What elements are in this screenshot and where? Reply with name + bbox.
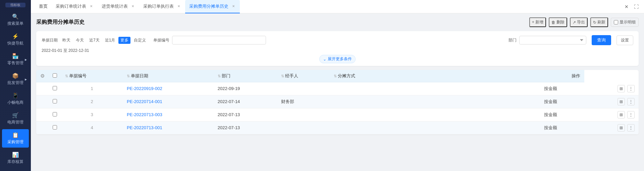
page-title: 采购费用分摊单历史 <box>36 19 85 26</box>
tab-purchase-order-stats[interactable]: 采购订单统计表✕ <box>52 0 98 13</box>
retail-icon: 🏪 <box>12 53 19 59</box>
row-checkbox-cell <box>49 95 61 108</box>
th-split-method[interactable]: 分摊方式 <box>330 70 540 82</box>
sidebar-item-ecom[interactable]: 🛒电商管理 <box>2 109 29 128</box>
row-checkbox[interactable] <box>53 99 57 103</box>
expand-conditions-btn[interactable]: ⌄ 展开更多条件 <box>319 55 356 63</box>
row-handler <box>330 108 540 121</box>
expand-row: ⌄ 展开更多条件 <box>42 55 633 63</box>
tab-home[interactable]: 首页 <box>35 0 52 13</box>
date-shortcuts: 昨天 今天 近7天 近1月 更多 自定义 <box>60 37 148 44</box>
delete-icon: 🗑 <box>551 20 555 25</box>
page-header: 采购费用分摊单历史 + 新增 🗑 删除 ↗ 导出 ↻ 刷新 显示明细 <box>36 17 639 27</box>
wholesale-icon: 📦 <box>12 73 19 79</box>
date-btn-today[interactable]: 今天 <box>74 37 86 44</box>
add-button[interactable]: + 新增 <box>529 17 546 27</box>
doc-num-link[interactable]: PE-20220713-001 <box>127 125 162 130</box>
row-settings-cell <box>36 95 49 108</box>
row-split-method: 按金额 <box>540 108 584 121</box>
tab-close-purchase-cost-history[interactable]: ✕ <box>231 4 236 9</box>
date-btn-more[interactable]: 更多 <box>118 37 130 44</box>
dept-select[interactable]: 财务部 <box>519 36 586 45</box>
row-doc-date: 2022-07-13 <box>214 108 277 121</box>
mini-icon: 📱 <box>12 92 19 99</box>
row-checkbox[interactable] <box>53 125 57 130</box>
purchase-icon: 📋 <box>12 132 19 138</box>
search-settings-button[interactable]: 设置 <box>616 35 633 45</box>
th-doc-num[interactable]: 单据编号 <box>61 70 123 82</box>
table-body: 1 PE-20220919-002 2022-09-19 按金额 ⊞ ⋮ 2 P… <box>36 82 639 135</box>
row-settings-cell <box>36 121 49 134</box>
refresh-button[interactable]: ↻ 刷新 <box>590 17 608 27</box>
view-icon[interactable]: ⊞ <box>618 111 625 118</box>
sidebar-label-ecom: 电商管理 <box>7 119 23 125</box>
sidebar-item-quick[interactable]: ⚡快捷导航 <box>2 30 29 49</box>
sidebar-item-purchase[interactable]: 📋采购管理 <box>2 129 29 148</box>
more-icon[interactable]: ⋮ <box>627 111 635 118</box>
export-icon: ↗ <box>573 20 576 25</box>
table-row: 4 PE-20220713-001 2022-07-13 按金额 ⊞ ⋮ <box>36 121 639 134</box>
doc-num-link[interactable]: PE-20220919-002 <box>127 86 162 91</box>
tab-purchase-order-exec[interactable]: 采购订单执行表✕ <box>139 0 185 13</box>
row-split-method: 按金额 <box>540 95 584 108</box>
doc-num-label: 单据编号 <box>153 37 169 43</box>
date-btn-7days[interactable]: 近7天 <box>87 37 102 44</box>
show-cols-toggle[interactable]: 显示明细 <box>611 18 639 27</box>
th-doc-date[interactable]: 单据日期 <box>123 70 214 82</box>
sidebar-item-search[interactable]: 🔍搜索菜单 <box>2 11 29 29</box>
sidebar-label-quick: 快捷导航 <box>7 40 23 46</box>
search-button[interactable]: 查询 <box>592 35 611 45</box>
row-checkbox[interactable] <box>53 86 57 90</box>
doc-num-input[interactable] <box>172 36 266 45</box>
doc-num-link[interactable]: PE-20220713-003 <box>127 112 162 117</box>
show-cols-checkbox[interactable] <box>614 20 618 24</box>
tab-label-purchase-cost-history: 采购费用分摊单历史 <box>189 3 228 9</box>
sidebar-item-inventory[interactable]: 📊库存核算 <box>2 149 29 167</box>
row-ops-cell: ⊞ ⋮ <box>584 82 639 95</box>
tab-close-purchase-order-stats[interactable]: ✕ <box>89 4 94 9</box>
row-dept: 财务部 <box>277 95 330 108</box>
tab-bar-actions: ✕ ⛶ <box>623 3 640 10</box>
tab-label-purchase-receipt-stats: 进货单统计表 <box>102 3 128 9</box>
more-icon[interactable]: ⋮ <box>627 85 635 92</box>
view-icon[interactable]: ⊞ <box>618 98 625 105</box>
view-icon[interactable]: ⊞ <box>618 124 625 132</box>
tab-close-purchase-receipt-stats[interactable]: ✕ <box>130 4 135 9</box>
sidebar-item-finance[interactable]: 💰资金管理 <box>2 169 29 171</box>
th-handler[interactable]: 经手人 <box>277 70 330 82</box>
sidebar-item-retail[interactable]: 🏪零售管理 <box>2 50 29 69</box>
search-icon: 🔍 <box>12 13 19 20</box>
refresh-icon: ↻ <box>593 20 596 25</box>
date-btn-1month[interactable]: 近1月 <box>103 37 117 44</box>
th-dept[interactable]: 部门 <box>214 70 277 82</box>
row-checkbox[interactable] <box>53 112 57 116</box>
date-btn-yesterday[interactable]: 昨天 <box>60 37 72 44</box>
more-icon[interactable]: ⋮ <box>627 124 635 132</box>
search-row-1: 单据日期 昨天 今天 近7天 近1月 更多 自定义 单据编号 <box>42 35 633 45</box>
more-icon[interactable]: ⋮ <box>627 98 635 105</box>
row-num: 2 <box>61 95 123 108</box>
tab-label-home: 首页 <box>39 3 48 9</box>
dept-label: 部门 <box>508 37 517 43</box>
doc-num-link[interactable]: PE-20220714-001 <box>127 99 162 104</box>
sidebar-item-wholesale[interactable]: 📦批发管理 <box>2 70 29 88</box>
th-checkbox <box>49 70 61 82</box>
expand-window-btn[interactable]: ⛶ <box>633 3 640 10</box>
tab-purchase-cost-history[interactable]: 采购费用分摊单历史✕ <box>185 0 240 13</box>
date-field: 单据日期 昨天 今天 近7天 近1月 更多 自定义 <box>42 37 148 44</box>
row-split-method: 按金额 <box>540 82 584 95</box>
view-icon[interactable]: ⊞ <box>618 85 625 92</box>
sidebar-item-mini[interactable]: 📱小畅电商 <box>2 90 29 108</box>
select-all-checkbox[interactable] <box>53 73 57 78</box>
tab-close-purchase-order-exec[interactable]: ✕ <box>176 4 181 9</box>
close-window-btn[interactable]: ✕ <box>623 3 630 10</box>
delete-button[interactable]: 🗑 删除 <box>549 17 567 27</box>
date-label: 单据日期 <box>42 37 58 43</box>
column-settings-icon[interactable]: ⚙ <box>40 73 45 79</box>
row-settings-cell <box>36 108 49 121</box>
export-button[interactable]: ↗ 导出 <box>570 17 588 27</box>
tab-purchase-receipt-stats[interactable]: 进货单统计表✕ <box>98 0 139 13</box>
th-ops: 操作 <box>540 70 584 82</box>
date-btn-custom[interactable]: 自定义 <box>132 37 148 44</box>
table-row: 1 PE-20220919-002 2022-09-19 按金额 ⊞ ⋮ <box>36 82 639 95</box>
